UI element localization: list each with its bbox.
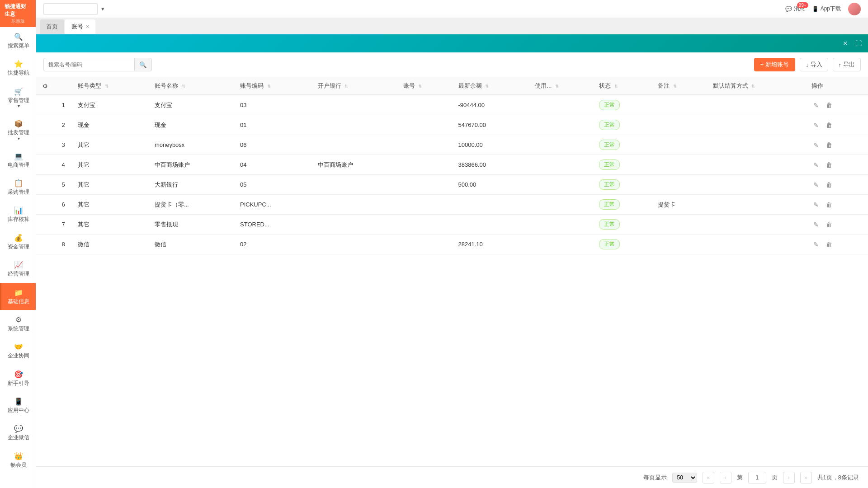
delete-btn-8[interactable]: 🗑 [824, 240, 834, 249]
edit-btn-3[interactable]: ✎ [811, 141, 821, 150]
row-settings-1[interactable] [36, 95, 54, 115]
col-settings[interactable]: ⚙ [36, 77, 54, 95]
col-status[interactable]: 状态 ⇅ [594, 77, 652, 95]
edit-btn-6[interactable]: ✎ [811, 200, 821, 209]
col-usage[interactable]: 使用... ⇅ [529, 77, 594, 95]
row-usage-7 [529, 215, 594, 235]
row-remark-1 [652, 95, 708, 115]
row-settings-6[interactable] [36, 195, 54, 215]
row-settings-7[interactable] [36, 215, 54, 235]
col-default-payment[interactable]: 默认结算方式 ⇅ [708, 77, 806, 95]
page-label: 第 [737, 474, 743, 482]
first-page-btn[interactable]: « [703, 472, 714, 483]
status-badge-1: 正常 [599, 100, 620, 110]
row-remark-3 [652, 135, 708, 155]
app-name: 畅捷通财生意 [5, 3, 31, 18]
edit-btn-1[interactable]: ✎ [811, 101, 821, 110]
header-dropdown-icon[interactable]: ▾ [101, 5, 104, 12]
sidebar-item-wechat[interactable]: 💬 企业微信 [0, 419, 36, 446]
sidebar-item-purchase[interactable]: 📋 采购管理 [0, 174, 36, 201]
edit-btn-5[interactable]: ✎ [811, 180, 821, 189]
col-bank[interactable]: 开户银行 ⇅ [312, 77, 398, 95]
col-remark[interactable]: 备注 ⇅ [652, 77, 708, 95]
sidebar-item-ecommerce[interactable]: 💻 电商管理 [0, 146, 36, 174]
sidebar-item-search-menu[interactable]: 🔍 搜索菜单 [0, 27, 36, 54]
export-button[interactable]: ↑ 导出 [833, 58, 861, 71]
page-input[interactable] [748, 472, 766, 483]
tab-close-account[interactable]: × [86, 23, 89, 30]
expand-panel-btn[interactable]: ⛶ [853, 39, 864, 48]
sidebar-item-retail[interactable]: 🛒 零售管理 ▾ [0, 82, 36, 114]
next-page-btn[interactable]: › [783, 472, 795, 483]
sidebar-item-guide[interactable]: 🎯 新手引导 [0, 365, 36, 392]
delete-btn-5[interactable]: 🗑 [824, 180, 834, 189]
col-account-code[interactable]: 账号编码 ⇅ [235, 77, 312, 95]
delete-btn-6[interactable]: 🗑 [824, 200, 834, 209]
message-btn[interactable]: 💬 消息 99+ [785, 5, 805, 13]
sidebar-item-vip[interactable]: 👑 畅会员 [0, 446, 36, 474]
col-balance[interactable]: 最新余额 ⇅ [453, 77, 530, 95]
row-settings-3[interactable] [36, 135, 54, 155]
tab-account[interactable]: 账号× [65, 19, 95, 34]
delete-btn-1[interactable]: 🗑 [824, 101, 834, 110]
row-remark-5 [652, 175, 708, 195]
tab-home[interactable]: 首页 [40, 19, 64, 34]
sidebar-item-basic-info[interactable]: 📁 基础信息 [0, 283, 36, 310]
app-download-btn[interactable]: 📱 App下载 [812, 5, 841, 13]
row-action-1: ✎ 🗑 [806, 95, 868, 115]
page-size-label: 每页显示 [643, 474, 667, 482]
edit-btn-4[interactable]: ✎ [811, 160, 821, 169]
row-account-code-1: 03 [235, 95, 312, 115]
sidebar-item-app-center[interactable]: 📱 应用中心 [0, 392, 36, 419]
sidebar-label-ecommerce: 电商管理 [8, 162, 29, 168]
status-badge-6: 正常 [599, 199, 620, 210]
edit-btn-8[interactable]: ✎ [811, 240, 821, 249]
row-index-2: 2 [54, 115, 72, 135]
row-settings-4[interactable] [36, 155, 54, 175]
row-usage-4 [529, 155, 594, 175]
sidebar-item-wholesale[interactable]: 📦 批发管理 ▾ [0, 114, 36, 146]
row-account-no-3 [398, 135, 453, 155]
search-input[interactable] [44, 61, 134, 68]
sidebar-label-search-menu: 搜索菜单 [8, 42, 29, 49]
row-status-3: 正常 [594, 135, 652, 155]
row-account-name-2: 现金 [149, 115, 235, 135]
sidebar-item-system[interactable]: ⚙ 系统管理 [0, 310, 36, 337]
col-account-no[interactable]: 账号 ⇅ [398, 77, 453, 95]
sidebar-item-enterprise[interactable]: 🤝 企业协同 [0, 337, 36, 364]
close-panel-btn[interactable]: ✕ [840, 39, 851, 48]
col-account-type[interactable]: 账号类型 ⇅ [72, 77, 149, 95]
sidebar-item-operation[interactable]: 📈 经营管理 [0, 255, 36, 282]
edit-btn-2[interactable]: ✎ [811, 121, 821, 130]
row-index-8: 8 [54, 235, 72, 254]
ecommerce-icon: 💻 [14, 152, 23, 160]
edit-btn-7[interactable]: ✎ [811, 220, 821, 229]
add-account-button[interactable]: + 新增账号 [754, 58, 795, 71]
prev-page-btn[interactable]: ‹ [720, 472, 731, 483]
import-button[interactable]: ↓ 导入 [800, 58, 828, 71]
sidebar-label-inventory: 库存核算 [8, 216, 29, 222]
sidebar-label-system: 系统管理 [8, 325, 29, 332]
search-button[interactable]: 🔍 [134, 58, 151, 71]
user-avatar[interactable] [848, 3, 861, 15]
delete-btn-2[interactable]: 🗑 [824, 121, 834, 130]
delete-btn-3[interactable]: 🗑 [824, 141, 834, 150]
row-settings-5[interactable] [36, 175, 54, 195]
page-size-select[interactable]: 102050100 [672, 473, 697, 483]
col-account-name[interactable]: 账号名称 ⇅ [149, 77, 235, 95]
header-search-input[interactable] [43, 3, 98, 15]
row-settings-8[interactable] [36, 235, 54, 254]
vip-icon: 👑 [14, 452, 23, 460]
app-icon: 📱 [812, 6, 819, 12]
wholesale-icon: 📦 [14, 119, 23, 128]
sidebar-item-finance[interactable]: 💰 资金管理 [0, 228, 36, 255]
row-balance-2: 547670.00 [453, 115, 530, 135]
delete-btn-4[interactable]: 🗑 [824, 160, 834, 169]
sidebar-item-inventory[interactable]: 📊 库存核算 [0, 201, 36, 228]
sidebar-item-quick-nav[interactable]: ⭐ 快捷导航 [0, 54, 36, 81]
row-settings-2[interactable] [36, 115, 54, 135]
delete-btn-7[interactable]: 🗑 [824, 220, 834, 229]
last-page-btn[interactable]: » [800, 472, 812, 483]
row-action-5: ✎ 🗑 [806, 175, 868, 195]
pagination: 每页显示 102050100 « ‹ 第 页 › » 共1页，8条记录 [36, 466, 868, 488]
